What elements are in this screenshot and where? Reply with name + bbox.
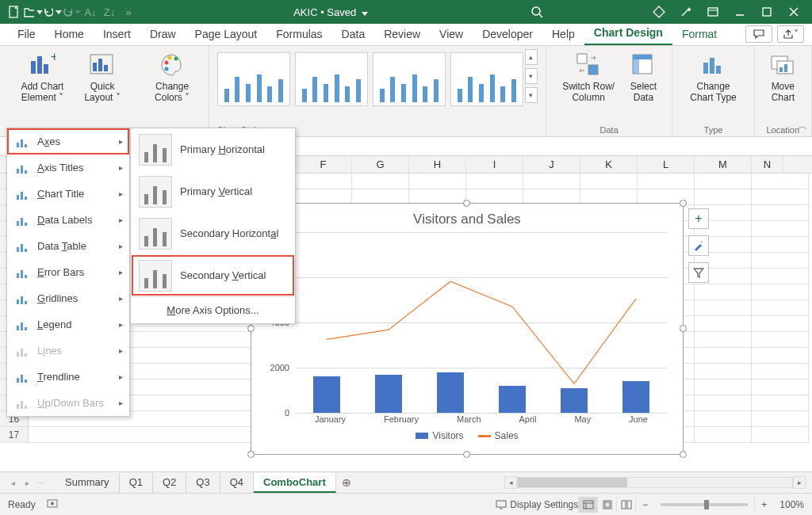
sheet-nav-prev[interactable]: ◂	[6, 479, 19, 487]
tab-file[interactable]: File	[8, 23, 45, 45]
tab-formulas[interactable]: Formulas	[266, 23, 331, 45]
macro-record-icon[interactable]	[47, 498, 59, 511]
sort-desc-icon[interactable]: Z↓	[100, 2, 119, 21]
tab-review[interactable]: Review	[374, 23, 430, 45]
menu-item-axis-titles[interactable]: Axis Titles▸	[7, 154, 129, 181]
svg-rect-67	[25, 406, 27, 409]
move-chart-icon	[768, 51, 797, 79]
svg-rect-4	[708, 8, 718, 16]
new-file-icon[interactable]	[5, 2, 24, 21]
diamond-icon[interactable]	[645, 1, 672, 23]
sheet-tab-q3[interactable]: Q3	[186, 473, 220, 493]
tab-help[interactable]: Help	[542, 23, 584, 45]
gallery-up-button[interactable]: ▴	[525, 49, 538, 65]
tab-page-layout[interactable]: Page Layout	[186, 23, 267, 45]
tab-data[interactable]: Data	[332, 23, 375, 45]
zoom-in-button[interactable]: +	[754, 497, 773, 513]
axes-option-primary-vertical[interactable]: Primary Vertical	[131, 170, 295, 212]
menu-item-axes[interactable]: Axes▸	[7, 128, 129, 154]
sheet-tab-q2[interactable]: Q2	[153, 473, 186, 493]
chart-styles-button[interactable]	[688, 235, 709, 256]
zoom-level[interactable]: 100%	[779, 499, 804, 510]
sheet-tab-q1[interactable]: Q1	[120, 473, 153, 493]
tab-format[interactable]: Format	[672, 23, 726, 45]
axes-option-primary-horizontal[interactable]: Primary Horizontal	[131, 128, 295, 170]
svg-rect-17	[104, 65, 108, 71]
share-button[interactable]: ˅	[777, 25, 804, 43]
gallery-down-button[interactable]: ▾	[525, 68, 538, 84]
row-header[interactable]: 17	[0, 427, 29, 443]
svg-point-19	[168, 56, 172, 60]
sort-asc-icon[interactable]: A↓	[81, 2, 100, 21]
group-label-type: Type	[704, 124, 723, 135]
column-header[interactable]: I	[466, 156, 523, 173]
close-button[interactable]	[780, 1, 807, 23]
axes-option-secondary-horizontal[interactable]: Secondary Horizontal	[131, 212, 295, 254]
column-header[interactable]: L	[638, 156, 695, 173]
gallery-more-button[interactable]: ▾	[525, 87, 538, 103]
tab-insert[interactable]: Insert	[94, 23, 140, 45]
axes-option-secondary-vertical[interactable]: Secondary Vertical	[131, 254, 295, 296]
comments-button[interactable]	[745, 25, 772, 43]
chart-styles-gallery[interactable]	[217, 49, 523, 106]
column-header[interactable]: J	[523, 156, 580, 173]
quick-layout-button[interactable]: Quick Layout ˅	[77, 49, 128, 120]
sheet-tab-q4[interactable]: Q4	[220, 473, 254, 493]
ribbon-display-icon[interactable]	[699, 1, 726, 23]
change-colors-button[interactable]: Change Colors ˅	[144, 49, 201, 120]
svg-rect-47	[17, 247, 19, 252]
status-ready: Ready	[8, 499, 36, 510]
more-axis-options[interactable]: More Axis Options...	[131, 296, 295, 323]
menu-item-data-table[interactable]: Data Table▸	[7, 233, 129, 259]
chart-title[interactable]: Visitors and Sales	[251, 204, 683, 232]
switch-row-column-button[interactable]: Switch Row/ Column	[554, 49, 623, 120]
tab-draw[interactable]: Draw	[140, 23, 186, 45]
column-header[interactable]: G	[352, 156, 409, 173]
undo-icon[interactable]	[43, 2, 62, 21]
column-header[interactable]: N	[752, 156, 783, 173]
svg-rect-38	[17, 169, 19, 174]
tab-developer[interactable]: Developer	[473, 23, 542, 45]
menu-item-error-bars[interactable]: Error Bars▸	[7, 259, 129, 285]
column-header[interactable]: H	[409, 156, 466, 173]
menu-item-trendline[interactable]: Trendline▸	[7, 364, 129, 390]
tab-view[interactable]: View	[430, 23, 473, 45]
sheet-tab-summary[interactable]: Summary	[56, 473, 120, 493]
chart-plot-area[interactable]: 02000400060008000	[296, 232, 667, 413]
tab-home[interactable]: Home	[45, 23, 94, 45]
search-icon[interactable]	[523, 1, 550, 23]
zoom-slider[interactable]	[661, 503, 748, 506]
tab-chart-design[interactable]: Chart Design	[584, 21, 672, 45]
qat-more-icon[interactable]: »	[119, 2, 138, 21]
svg-point-1	[532, 7, 540, 15]
chart-style-thumb[interactable]	[373, 52, 446, 106]
sheet-nav-more[interactable]: ⋯	[35, 479, 48, 487]
menu-item-gridlines[interactable]: Gridlines▸	[7, 285, 129, 311]
column-header[interactable]: M	[695, 156, 752, 173]
embedded-chart[interactable]: Visitors and Sales 02000400060008000 Jan…	[251, 203, 684, 455]
add-chart-element-menu: Axes▸Axis Titles▸Chart Title▸Data Labels…	[6, 128, 130, 417]
svg-rect-10	[31, 61, 36, 74]
chart-style-thumb[interactable]	[217, 52, 290, 106]
svg-rect-23	[588, 65, 598, 74]
minimize-button[interactable]	[726, 1, 753, 23]
chart-elements-button[interactable]: +	[688, 208, 709, 229]
open-file-icon[interactable]	[24, 2, 43, 21]
collapse-ribbon-button[interactable]: ︿	[798, 120, 807, 133]
maximize-button[interactable]	[753, 1, 780, 23]
sheet-nav-next[interactable]: ▸	[21, 479, 33, 487]
menu-item-data-labels[interactable]: Data Labels▸	[7, 207, 129, 233]
chart-style-thumb[interactable]	[450, 52, 523, 106]
column-header[interactable]: K	[580, 156, 638, 173]
menu-item-legend[interactable]: Legend▸	[7, 311, 129, 338]
menu-item-chart-title[interactable]: Chart Title▸	[7, 181, 129, 207]
add-chart-element-button[interactable]: + Add Chart Element ˅	[8, 49, 77, 120]
chart-style-thumb[interactable]	[295, 52, 368, 106]
redo-icon[interactable]	[62, 2, 81, 21]
wand-icon[interactable]	[672, 1, 699, 23]
change-chart-type-button[interactable]: Change Chart Type	[680, 49, 745, 120]
select-data-button[interactable]: Select Data	[622, 49, 664, 120]
chart-filters-button[interactable]	[688, 262, 709, 283]
move-chart-button[interactable]: Move Chart	[763, 49, 803, 120]
column-header[interactable]: F	[295, 156, 352, 173]
